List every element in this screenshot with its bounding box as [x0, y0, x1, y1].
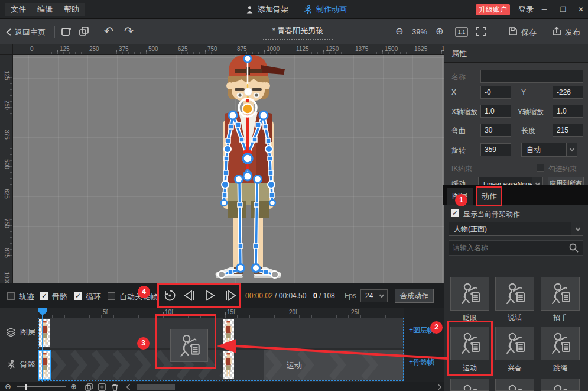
xscale-label: X轴缩放: [451, 107, 477, 117]
next-frame-icon[interactable]: [224, 289, 237, 302]
document-title[interactable]: * 青春阳光男孩: [263, 25, 333, 40]
y-label: Y: [521, 88, 526, 96]
action-label: 眨眼: [450, 313, 489, 323]
scroll-left-icon[interactable]: [126, 384, 131, 390]
autokey-checkbox[interactable]: [108, 292, 115, 300]
action-item-excited[interactable]: [495, 327, 534, 360]
name-input[interactable]: [480, 70, 583, 83]
undo-icon[interactable]: ↶: [104, 24, 113, 38]
toolbar: 返回主页 ↶ ↷ * 青春阳光男孩 ⊖ 39% ⊕ 1:1 保存 发布: [0, 19, 588, 44]
timeline-zoom-slider[interactable]: [17, 386, 66, 387]
scroll-right-icon[interactable]: [437, 384, 442, 390]
motion-clip[interactable]: 运动: [264, 350, 404, 380]
timeline-zoom-out-icon[interactable]: ⊖: [5, 382, 11, 391]
save-button[interactable]: 保存: [521, 27, 537, 38]
ruler-tick: 0: [30, 46, 34, 52]
x-input[interactable]: [480, 86, 511, 99]
action-item-blink[interactable]: [450, 277, 489, 311]
prev-frame-icon[interactable]: [183, 289, 196, 302]
xscale-input[interactable]: [480, 105, 511, 118]
menu-edit[interactable]: 编辑: [31, 3, 59, 16]
layer-track-label[interactable]: 图层: [6, 327, 35, 338]
trail-checkbox[interactable]: [7, 292, 15, 300]
make-animation-button[interactable]: 制作动画: [303, 0, 347, 19]
maximize-button[interactable]: ❐: [555, 0, 571, 19]
menu-file[interactable]: 文件: [5, 3, 32, 16]
zoom-level: 39%: [412, 27, 427, 36]
action-item-motion[interactable]: [450, 327, 489, 360]
ruler-tick: 1000: [267, 46, 280, 52]
action-item-partial[interactable]: [541, 379, 580, 391]
yscale-input[interactable]: [553, 105, 583, 118]
restart-icon[interactable]: [164, 289, 176, 302]
action-item-partial[interactable]: [495, 379, 534, 391]
bend-input[interactable]: [480, 124, 511, 137]
bone-keyframe-15[interactable]: [223, 351, 234, 379]
length-input[interactable]: [553, 124, 583, 137]
upgrade-account-button[interactable]: 升级账户: [476, 4, 510, 15]
y-input[interactable]: [553, 86, 583, 99]
panel-tabbar: 图层 动作: [443, 185, 588, 205]
rotate-mode-dropdown[interactable]: 自动: [521, 143, 577, 157]
ik-checkbox[interactable]: [537, 164, 544, 172]
add-bone-frame-button[interactable]: +骨骼帧: [409, 357, 434, 367]
copy-frame-icon[interactable]: [85, 383, 93, 391]
back-chevron-icon[interactable]: [6, 28, 11, 36]
action-item-wave[interactable]: [541, 277, 580, 311]
bone-track-label[interactable]: 骨骼: [6, 359, 35, 370]
rotate-input[interactable]: [480, 143, 511, 156]
new-frame-icon[interactable]: [61, 27, 72, 37]
action-item-talk[interactable]: [495, 277, 534, 311]
tab-action[interactable]: 动作: [476, 188, 502, 205]
fps-dropdown[interactable]: 24: [360, 289, 388, 302]
save-icon[interactable]: [508, 27, 518, 36]
action-item-jumprope[interactable]: [541, 327, 580, 360]
playhead-line[interactable]: [42, 308, 43, 382]
frame-total: 108: [323, 292, 335, 300]
timeline-zoom-handle[interactable]: [25, 384, 27, 390]
layer-track[interactable]: [38, 318, 404, 348]
tab-layer[interactable]: 图层: [447, 188, 473, 205]
publish-button[interactable]: 发布: [565, 27, 580, 38]
redo-icon[interactable]: ↷: [124, 24, 134, 38]
search-icon[interactable]: [569, 243, 579, 253]
action-item-partial[interactable]: [450, 379, 489, 391]
character-with-skeleton[interactable]: [195, 52, 301, 283]
timeline-zoom-in-icon[interactable]: ⊕: [70, 382, 77, 391]
layer-keyframe-15[interactable]: [223, 319, 234, 347]
minimize-button[interactable]: ─: [537, 0, 552, 19]
loop-checkbox[interactable]: [74, 292, 82, 300]
vertical-ruler: 125 250 375 500 625 750 875 1000: [0, 55, 13, 283]
frame-tick: 10f: [165, 309, 173, 315]
bone-checkbox[interactable]: [40, 292, 48, 300]
fullscreen-icon[interactable]: [476, 27, 486, 36]
ik-check-label: 勾选约束: [548, 164, 577, 174]
layers-icon: [6, 328, 16, 338]
timeline-ruler[interactable]: 0f 5f 10f 15f 20f 25f: [38, 308, 404, 318]
publish-icon[interactable]: [552, 27, 561, 36]
stage-canvas[interactable]: 0 125 250 375 500 625 750 875 1000 1125 …: [0, 44, 444, 283]
paste-frame-icon[interactable]: [98, 383, 106, 391]
add-layer-frame-button[interactable]: +图层帧: [409, 325, 434, 335]
chevron-down-icon: [379, 293, 384, 298]
timeline-scrollbar-thumb[interactable]: [137, 384, 175, 390]
actual-size-button[interactable]: 1:1: [455, 27, 468, 37]
add-skeleton-button[interactable]: 添加骨架: [245, 0, 288, 19]
duplicate-icon[interactable]: [79, 27, 89, 37]
bone-keyframe-0[interactable]: [39, 351, 50, 379]
compose-action-button[interactable]: 合成动作: [395, 289, 434, 303]
trash-icon[interactable]: [111, 383, 119, 391]
layer-keyframe-0[interactable]: [39, 319, 50, 347]
menu-help[interactable]: 帮助: [58, 3, 85, 16]
back-home-button[interactable]: 返回主页: [15, 27, 46, 38]
category-dropdown[interactable]: 人物(正面): [449, 222, 583, 236]
play-icon[interactable]: [204, 289, 216, 302]
search-input[interactable]: [449, 240, 583, 256]
bone-track[interactable]: 运动: [38, 350, 404, 380]
zoom-out-icon[interactable]: ⊖: [395, 25, 403, 37]
close-button[interactable]: ✕: [573, 0, 588, 19]
zoom-in-icon[interactable]: ⊕: [436, 25, 443, 37]
show-current-checkbox[interactable]: [451, 209, 459, 217]
login-button[interactable]: 登录: [518, 0, 534, 19]
dragged-action-ghost[interactable]: [170, 329, 208, 362]
